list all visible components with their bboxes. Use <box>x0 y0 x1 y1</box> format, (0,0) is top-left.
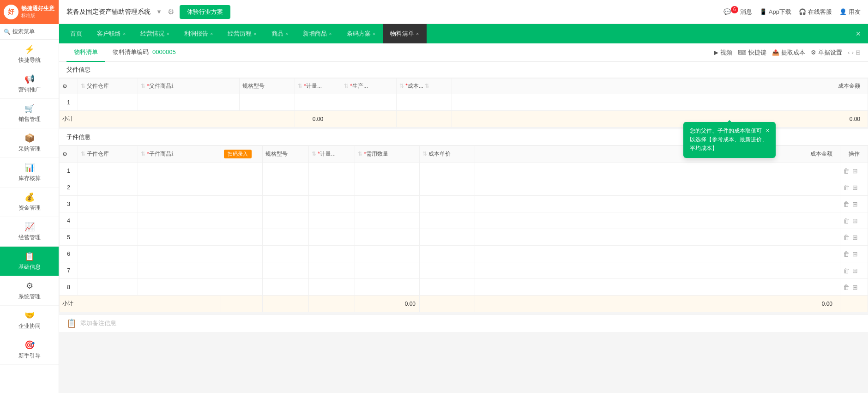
cell-child-cost-amount[interactable] <box>475 246 840 262</box>
dropdown-arrow-icon[interactable]: ▼ <box>156 8 162 15</box>
delete-icon[interactable]: 🗑 <box>843 167 850 175</box>
cell-cost-amount[interactable] <box>452 94 868 111</box>
sidebar-item-purchase[interactable]: 📦 采购管理 <box>0 128 59 158</box>
cell-child-warehouse[interactable] <box>78 179 138 196</box>
cell-child-warehouse[interactable] <box>78 246 138 262</box>
settings-icon[interactable]: ⚙ <box>168 7 174 16</box>
nav-tab-bom[interactable]: 物料清单 × <box>383 24 426 43</box>
cell-child-qty[interactable] <box>355 163 420 179</box>
cell-child-spec[interactable] <box>263 212 309 229</box>
nav-tab-new-goods[interactable]: 新增商品 × <box>295 24 339 43</box>
copy-icon[interactable]: ⊞ <box>852 184 858 191</box>
close-icon[interactable]: × <box>416 31 419 36</box>
cell-child-cost-amount[interactable] <box>475 163 840 179</box>
nav-tab-operations[interactable]: 经营情况 × <box>133 24 176 43</box>
online-service-link[interactable]: 🎧 在线客服 <box>799 8 832 16</box>
cell-child-warehouse[interactable] <box>78 163 138 179</box>
note-placeholder[interactable]: 添加备注信息 <box>80 319 116 327</box>
delete-icon[interactable]: 🗑 <box>843 184 850 191</box>
single-settings-btn[interactable]: ⚙ 单据设置 <box>811 48 842 57</box>
cell-spec[interactable] <box>240 94 295 111</box>
close-icon[interactable]: × <box>285 31 288 36</box>
cell-child-unit[interactable] <box>309 163 355 179</box>
sidebar-item-sales[interactable]: 🛒 销售管理 <box>0 99 59 128</box>
nav-tab-customer[interactable]: 客户联络 × <box>90 24 133 43</box>
cell-child-qty[interactable] <box>355 246 420 262</box>
nav-tab-barcode[interactable]: 条码方案 × <box>339 24 383 43</box>
cell-child-unit[interactable] <box>309 229 355 246</box>
search-menu[interactable]: 🔍 搜索菜单 <box>0 24 59 40</box>
cell-child-spec[interactable] <box>263 179 309 196</box>
user-avatar[interactable]: 👤 用友 <box>839 8 861 16</box>
cell-child-cost-amount[interactable] <box>475 262 840 279</box>
cell-child-unit-price[interactable] <box>420 229 475 246</box>
cell-produce[interactable] <box>341 94 397 111</box>
delete-icon[interactable]: 🗑 <box>843 267 850 274</box>
sidebar-item-marketing[interactable]: 📢 营销推广 <box>0 69 59 99</box>
cell-child-spec[interactable] <box>263 229 309 246</box>
cell-child-unit[interactable] <box>309 246 355 262</box>
cell-child-unit-price[interactable] <box>420 212 475 229</box>
copy-icon[interactable]: ⊞ <box>852 167 858 175</box>
cell-child-unit-price[interactable] <box>420 246 475 262</box>
cell-child-unit-price[interactable] <box>420 279 475 296</box>
cell-child-qty[interactable] <box>355 196 420 212</box>
shortcut-btn[interactable]: ⌨ 快捷键 <box>738 48 766 57</box>
app-download-link[interactable]: 📱 App下载 <box>760 8 791 16</box>
copy-icon[interactable]: ⊞ <box>852 200 858 208</box>
cell-child-unit-price[interactable] <box>420 179 475 196</box>
next-page-btn[interactable]: › <box>852 49 854 56</box>
extract-cost-btn[interactable]: 📤 提取成本 <box>772 48 805 57</box>
cell-child-cost-amount[interactable] <box>475 279 840 296</box>
copy-icon[interactable]: ⊞ <box>852 267 858 274</box>
cell-child-spec[interactable] <box>263 163 309 179</box>
cell-child-product[interactable] <box>138 262 263 279</box>
cell-child-cost-amount[interactable] <box>475 229 840 246</box>
cell-child-warehouse[interactable] <box>78 229 138 246</box>
copy-icon[interactable]: ⊞ <box>852 250 858 258</box>
expand-btn[interactable]: ⊞ <box>856 49 861 56</box>
cell-child-warehouse[interactable] <box>78 212 138 229</box>
delete-icon[interactable]: 🗑 <box>843 250 850 258</box>
gear-icon[interactable]: ⚙ <box>62 83 67 90</box>
cell-child-product[interactable] <box>138 279 263 296</box>
copy-icon[interactable]: ⊞ <box>852 284 858 291</box>
close-icon[interactable]: × <box>253 31 256 36</box>
cell-child-product[interactable] <box>138 229 263 246</box>
nav-tab-goods[interactable]: 商品 × <box>264 24 295 43</box>
sub-tab-bom-list[interactable]: 物料清单 <box>66 43 105 62</box>
sidebar-item-inventory[interactable]: 📊 库存核算 <box>0 158 59 187</box>
close-icon[interactable]: × <box>329 31 332 36</box>
cell-child-qty[interactable] <box>355 229 420 246</box>
cell-child-warehouse[interactable] <box>78 279 138 296</box>
delete-icon[interactable]: 🗑 <box>843 217 850 224</box>
cell-child-cost-amount[interactable] <box>475 212 840 229</box>
gear-icon[interactable]: ⚙ <box>62 151 67 157</box>
sidebar-item-finance[interactable]: 💰 资金管理 <box>0 187 59 217</box>
delete-icon[interactable]: 🗑 <box>843 234 850 241</box>
cell-child-product[interactable] <box>138 212 263 229</box>
sidebar-item-quicknav[interactable]: ⚡ 快捷导航 <box>0 40 59 69</box>
cell-child-product[interactable] <box>138 246 263 262</box>
view-btn[interactable]: ▶ 视频 <box>714 48 732 57</box>
nav-tab-home[interactable]: 首页 <box>63 24 90 43</box>
cell-child-unit[interactable] <box>309 262 355 279</box>
close-icon[interactable]: × <box>210 31 213 36</box>
cell-child-qty[interactable] <box>355 212 420 229</box>
cell-child-unit[interactable] <box>309 279 355 296</box>
cell-warehouse[interactable] <box>78 94 138 111</box>
cell-child-warehouse[interactable] <box>78 196 138 212</box>
cell-child-spec[interactable] <box>263 262 309 279</box>
cell-child-qty[interactable] <box>355 179 420 196</box>
scan-btn[interactable]: 扫码录入 <box>224 150 252 158</box>
cell-child-product[interactable] <box>138 196 263 212</box>
cell-child-qty[interactable] <box>355 262 420 279</box>
cell-child-unit-price[interactable] <box>420 163 475 179</box>
cell-child-spec[interactable] <box>263 279 309 296</box>
cell-child-unit-price[interactable] <box>420 262 475 279</box>
cell-child-spec[interactable] <box>263 246 309 262</box>
sidebar-item-system[interactable]: ⚙ 系统管理 <box>0 276 59 306</box>
close-all-tabs[interactable]: × <box>852 29 864 39</box>
cell-child-product[interactable] <box>138 179 263 196</box>
nav-tab-profit[interactable]: 利润报告 × <box>177 24 220 43</box>
